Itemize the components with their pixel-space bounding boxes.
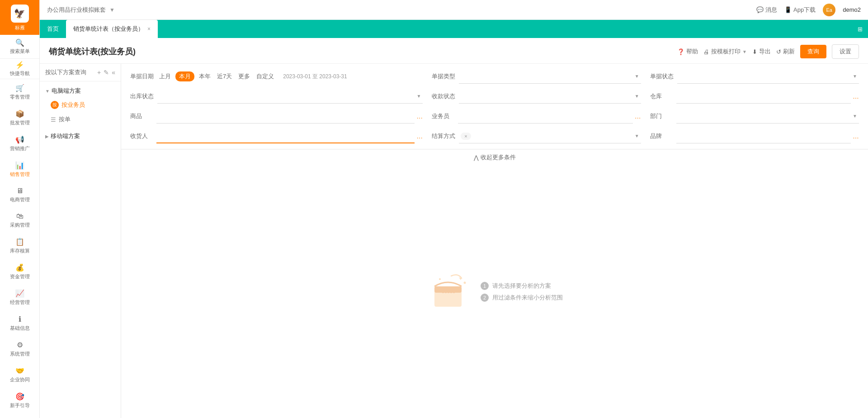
marketing-icon: 📢 [15, 135, 24, 144]
brand-dots[interactable]: … [853, 133, 859, 140]
out-status-select[interactable]: ▼ [157, 89, 423, 104]
user-name[interactable]: demo2 [843, 6, 861, 13]
help-label: 帮助 [686, 48, 698, 56]
sidebar-item-finance[interactable]: 💰 资金管理 [0, 259, 39, 285]
scheme-group-pc-label[interactable]: ▼ 电脑端方案 [40, 84, 121, 98]
breadcrumb-dropdown-icon[interactable]: ▼ [109, 7, 115, 13]
page-content: 销货单统计表(按业务员) ❓ 帮助 🖨 按模板打印 ▼ ⬇ 导出 ↺ 刷新 [40, 38, 868, 418]
tab-home[interactable]: 首页 [40, 20, 66, 38]
tab-bar: 首页 销货单统计表（按业务员） × ⊞ [40, 20, 868, 38]
filter-cell-brand: 品牌 … [650, 129, 859, 143]
sidebar-item-purchase[interactable]: 🛍 采购管理 [0, 208, 39, 233]
payment-select[interactable]: × ▼ [459, 129, 641, 143]
goods-input[interactable] [156, 109, 415, 124]
sidebar-item-sales[interactable]: 📊 销售管理 [0, 157, 39, 182]
system-label: 系统管理 [10, 351, 30, 357]
main-sidebar: 🦅 标雁 🔍 搜索菜单 ⚡ 快捷导航 🛒 零售管理 📦 批发管理 📢 营销推广 … [0, 0, 40, 418]
out-status-label: 出库状态 [130, 92, 154, 100]
filter-cell-dept: 部门 ▼ [650, 109, 859, 124]
collapse-bar[interactable]: ⋀ 收起更多条件 [121, 149, 868, 165]
sidebar-quick-nav[interactable]: ⚡ 快捷导航 [0, 59, 39, 79]
date-tab-last-month[interactable]: 上月 [157, 71, 173, 81]
sidebar-item-retail[interactable]: 🛒 零售管理 [0, 79, 39, 105]
filter-row-4: 收货人 … 结算方式 × ▼ [130, 129, 859, 143]
doc-status-select[interactable]: ▼ [677, 69, 859, 84]
sidebar-item-marketing[interactable]: 📢 营销推广 [0, 131, 39, 157]
dept-label: 部门 [650, 112, 673, 120]
scheme-add-icon[interactable]: + [97, 69, 101, 76]
warehouse-dots[interactable]: … [853, 93, 859, 100]
finance-label: 资金管理 [10, 273, 30, 280]
tab-expand-button[interactable]: ⊞ [852, 20, 868, 38]
ecommerce-label: 电商管理 [10, 196, 30, 203]
consignee-input[interactable] [156, 129, 415, 143]
sidebar-item-inventory[interactable]: 📋 库存核算 [0, 233, 39, 259]
scheme-sub-item-by-doc[interactable]: ☰ 按单 [40, 112, 121, 127]
print-dropdown-icon[interactable]: ▼ [742, 49, 747, 54]
message-action[interactable]: 💬 消息 [756, 6, 777, 14]
logo-area[interactable]: 🦅 标雁 [0, 0, 39, 35]
filter-cell-goods: 商品 … [130, 109, 423, 124]
svg-point-3 [439, 278, 441, 280]
settings-button[interactable]: 设置 [832, 44, 859, 59]
salesman-input[interactable] [458, 109, 632, 124]
payment-label: 结算方式 [432, 132, 455, 140]
query-button[interactable]: 查询 [800, 45, 826, 58]
purchase-icon: 🛍 [16, 212, 24, 220]
tab-close-icon[interactable]: × [147, 26, 151, 32]
help-button[interactable]: ❓ 帮助 [677, 48, 698, 56]
sidebar-item-collab[interactable]: 🤝 企业协同 [0, 362, 39, 388]
sidebar-item-guide[interactable]: 🎯 新手引导 [0, 388, 39, 413]
filter-row-2: 出库状态 ▼ 收款状态 ▼ [130, 89, 859, 104]
export-button[interactable]: ⬇ 导出 [752, 48, 771, 56]
export-label: 导出 [759, 48, 771, 56]
expand-icon: ⊞ [858, 26, 863, 33]
filter-cell-collect-status: 收款状态 ▼ [432, 89, 641, 104]
sidebar-item-wholesale[interactable]: 📦 批发管理 [0, 105, 39, 131]
doc-type-select[interactable]: ▼ [459, 69, 641, 84]
sidebar-search[interactable]: 🔍 搜索菜单 [0, 35, 39, 59]
date-tab-more[interactable]: 更多 [236, 71, 252, 81]
scheme-sidebar: 按以下方案查询 + ✎ « ▼ 电脑端方案 按 按业务员 [40, 64, 121, 418]
doc-status-arrow: ▼ [853, 74, 857, 79]
top-navbar: 办公用品行业模拟账套 ▼ 💬 消息 📱 App下载 Ea demo2 [40, 0, 868, 20]
scheme-edit-icon[interactable]: ✎ [104, 69, 109, 76]
filter-cell-doc-status: 单据状态 ▼ [650, 69, 859, 84]
consignee-dots[interactable]: … [416, 133, 423, 140]
payment-clear-icon[interactable]: × [464, 133, 467, 139]
business-icon: 📈 [15, 289, 24, 298]
salesman-dots[interactable]: … [635, 113, 641, 120]
avatar[interactable]: Ea [823, 4, 835, 16]
page-title: 销货单统计表(按业务员) [49, 46, 136, 57]
goods-dots[interactable]: … [416, 113, 423, 120]
scheme-collapse-icon[interactable]: « [112, 69, 115, 76]
dept-select[interactable]: ▼ [676, 109, 859, 124]
scheme-sub-item-salesman[interactable]: 按 按业务员 [40, 98, 121, 112]
sidebar-item-basic-info[interactable]: ℹ 基础信息 [0, 310, 39, 336]
group-mobile-text: 移动端方案 [51, 132, 80, 140]
scheme-header-title: 按以下方案查询 [45, 68, 86, 76]
refresh-button[interactable]: ↺ 刷新 [776, 48, 795, 56]
sidebar-item-system[interactable]: ⚙ 系统管理 [0, 336, 39, 362]
tab-active[interactable]: 销货单统计表（按业务员） × [66, 20, 158, 38]
app-download-action[interactable]: 📱 App下载 [784, 6, 816, 14]
inventory-icon: 📋 [15, 238, 24, 246]
collect-status-select[interactable]: ▼ [459, 89, 641, 104]
inventory-label: 库存核算 [10, 247, 30, 254]
date-tab-this-month[interactable]: 本月 [175, 71, 194, 81]
warehouse-input[interactable] [676, 89, 851, 104]
sidebar-item-ecommerce[interactable]: 🖥 电商管理 [0, 182, 39, 208]
empty-tips: 1 请先选择要分析的方案 2 用过滤条件来缩小分析范围 [481, 282, 563, 302]
sidebar-item-app-center[interactable]: 🔲 应用中心 [0, 413, 39, 418]
tip2-text: 用过滤条件来缩小分析范围 [492, 294, 563, 302]
print-button[interactable]: 🖨 按模板打印 ▼ [703, 48, 747, 56]
sidebar-search-label: 搜索菜单 [10, 48, 30, 55]
ecommerce-icon: 🖥 [16, 187, 24, 195]
date-tab-this-year[interactable]: 本年 [197, 71, 212, 81]
date-tab-7days[interactable]: 近7天 [215, 71, 234, 81]
date-tab-custom[interactable]: 自定义 [255, 71, 276, 81]
sidebar-item-business[interactable]: 📈 经营管理 [0, 285, 39, 310]
brand-input[interactable] [676, 129, 851, 143]
scheme-group-mobile[interactable]: ▶ 移动端方案 [40, 129, 121, 143]
system-icon: ⚙ [17, 341, 23, 349]
